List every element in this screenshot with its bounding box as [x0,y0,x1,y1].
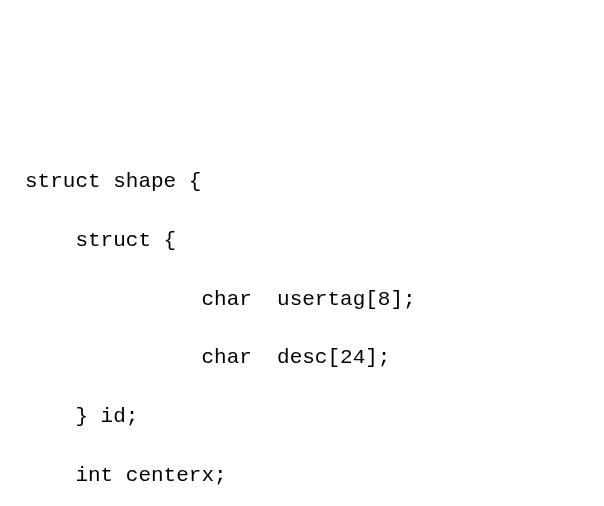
code-line: int centerx; [25,461,579,490]
code-line: char desc[24]; [25,343,579,372]
code-snippet: struct shape { struct { char usertag[8];… [25,138,579,506]
code-line: struct { [25,226,579,255]
code-line: } id; [25,402,579,431]
code-line: struct shape { [25,167,579,196]
code-line: char usertag[8]; [25,285,579,314]
